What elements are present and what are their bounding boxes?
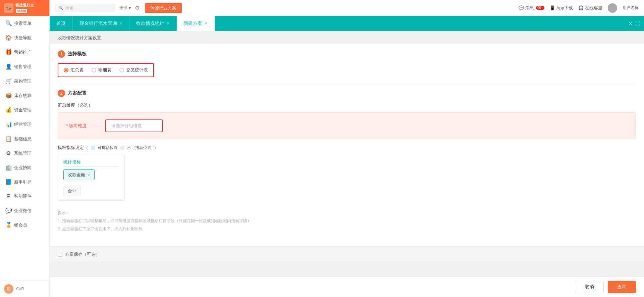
logo-icon: 🐝 <box>4 3 13 13</box>
vertical-dimension-label: * 纵向维度 <box>66 123 87 129</box>
draggable-hint-label: 可拖动位置 <box>98 145 118 151</box>
save-checkbox[interactable] <box>58 252 62 257</box>
message-button[interactable]: 💬 消息 99+ <box>519 5 544 11</box>
metrics-section: 模板指标设定（ 可拖动位置 不可拖动位置 ） 统计指标 收款金额 ∨ <box>58 145 636 201</box>
sidebar-item-inventory[interactable]: 📦 库存核算 <box>0 88 49 103</box>
industry-solution-button[interactable]: 体验行业方案 <box>145 3 182 13</box>
sidebar-item-operations[interactable]: 📊 经营管理 <box>0 117 49 132</box>
save-section: 方案保存（可选） <box>50 246 644 262</box>
sidebar-item-member[interactable]: 🏅 畅会员 <box>0 218 49 232</box>
topbar-dropdown[interactable]: 全部 ▾ <box>119 5 131 11</box>
online-service-button[interactable]: 🎧 在线客服 <box>578 5 602 11</box>
search-icon: 🔍 <box>58 6 63 10</box>
topbar: 🔍 搜索 全部 ▾ ⚙ 体验行业方案 💬 消息 99+ 📱 App下载 🎧 在线… <box>50 0 644 16</box>
maximize-button[interactable]: ⛶ <box>635 21 640 26</box>
tab-new-plan[interactable]: 新建方案 ✕ <box>177 16 215 31</box>
close-window-button[interactable]: ✕ <box>629 21 633 26</box>
step2-header: 2 方案配置 <box>58 90 636 97</box>
service-icon: 🎧 <box>578 5 584 10</box>
system-icon: ⚙ <box>5 150 11 156</box>
sidebar-item-hardware[interactable]: 🖥 智能硬件 <box>0 189 49 203</box>
message-badge: 99+ <box>536 6 544 10</box>
cancel-button[interactable]: 取消 <box>575 281 604 293</box>
nondraggable-hint-label: 不可拖动位置 <box>127 145 151 151</box>
dropdown-chevron-icon: ∨ <box>87 172 90 177</box>
topbar-gear-icon[interactable]: ⚙ <box>135 5 140 11</box>
step1-title: 选择模板 <box>68 51 87 57</box>
draggable-indicator <box>91 146 95 150</box>
sidebar-item-basic-info[interactable]: 📋 基础信息 <box>0 132 49 146</box>
dimension-row: * 纵向维度 —— 请选择分组维度 <box>66 119 628 132</box>
topbar-search-box[interactable]: 🔍 搜索 <box>55 4 115 12</box>
message-label: 消息 <box>525 5 534 11</box>
topbar-avatar <box>608 3 617 13</box>
tab-home[interactable]: 首页 <box>50 16 73 31</box>
step1-badge: 1 <box>58 50 65 58</box>
topbar-username: 用户名称 <box>623 5 639 11</box>
sidebar-item-purchase[interactable]: 🛒 采购管理 <box>0 74 49 88</box>
stats-tag-label: 收款金额 <box>68 172 85 178</box>
page-header: 收款情况统计方案设置 <box>50 31 644 44</box>
radio-summary[interactable]: 汇总表 <box>64 67 84 73</box>
guide-icon: 📘 <box>5 179 11 185</box>
radio-circle-cross <box>119 68 124 72</box>
service-label: 在线客服 <box>585 5 602 11</box>
metrics-closing: ） <box>154 145 158 151</box>
sidebar-item-sales[interactable]: 👤 销售管理 <box>0 59 49 74</box>
query-button[interactable]: 查询 <box>608 281 636 293</box>
download-icon: 📱 <box>550 5 555 10</box>
sales-icon: 👤 <box>5 63 11 70</box>
search-menu-icon: 🔍 <box>5 20 11 27</box>
arrow-icon: —— <box>91 123 101 129</box>
nondraggable-indicator <box>120 146 124 150</box>
sidebar-item-search-menu[interactable]: 🔍 搜索菜单 <box>0 16 49 31</box>
sidebar-logo: 🐝 畅捷通好生 标准版 <box>0 0 49 16</box>
app-download-button[interactable]: 📱 App下载 <box>550 5 573 11</box>
sidebar-item-guide[interactable]: 📘 新手引导 <box>0 175 49 189</box>
sidebar-item-quick-nav[interactable]: 🏠 快捷导航 <box>0 31 49 45</box>
save-label: 方案保存（可选） <box>65 251 100 257</box>
metrics-hints: 模板指标设定（ 可拖动位置 不可拖动位置 ） <box>58 145 636 151</box>
basic-info-icon: 📋 <box>5 136 11 142</box>
sidebar-item-enterprise[interactable]: 🏢 企业协同 <box>0 160 49 175</box>
sidebar-username: CaR <box>16 287 24 291</box>
main-area: 🔍 搜索 全部 ▾ ⚙ 体验行业方案 💬 消息 99+ 📱 App下载 🎧 在线… <box>50 0 644 297</box>
radio-circle-summary <box>64 68 68 72</box>
tab-close-collection-stats[interactable]: ✕ <box>166 21 170 26</box>
radio-detail[interactable]: 明细表 <box>92 67 111 73</box>
search-placeholder: 搜索 <box>65 5 73 11</box>
dropdown-label: 全部 <box>119 5 127 11</box>
tab-close-bank-flow[interactable]: ✕ <box>119 21 122 26</box>
sidebar-item-system[interactable]: ⚙ 系统管理 <box>0 146 49 160</box>
tab-bank-flow[interactable]: 现金银行流水查询 ✕ <box>73 16 129 31</box>
content-area: 收款情况统计方案设置 1 选择模板 汇总表 明细表 <box>50 31 644 277</box>
step1-section: 1 选择模板 汇总表 明细表 交叉统计表 <box>58 50 636 77</box>
sidebar-bottom: 用 CaR <box>0 281 49 297</box>
download-label: App下载 <box>556 5 573 11</box>
tips-title: 提示： <box>58 210 70 215</box>
tabbar: 首页 现金银行流水查询 ✕ 收款情况统计 ✕ 新建方案 ✕ ✕ ⛶ <box>50 16 644 31</box>
summary-dimension-label: 汇总维度（必选） <box>58 102 636 108</box>
tips-section: 提示： 1. 拖动标题栏可以调整布局，不可跨维度或指标区域拖动栏目字段（只能在同… <box>58 209 636 233</box>
radio-circle-detail <box>92 68 96 72</box>
radio-cross[interactable]: 交叉统计表 <box>119 67 148 73</box>
sidebar-avatar: 用 <box>4 284 13 294</box>
tip2-text: 2. 点击标题栏下拉可设置排序、插入列和删除列 <box>58 225 636 233</box>
stats-total: 合计 <box>63 186 81 196</box>
step2-badge: 2 <box>58 90 65 97</box>
dimension-selector[interactable]: 请选择分组维度 <box>105 119 163 132</box>
stats-tag[interactable]: 收款金额 ∨ <box>63 169 95 180</box>
member-icon: 🏅 <box>5 222 11 228</box>
sidebar-item-finance[interactable]: 💰 资金管理 <box>0 103 49 117</box>
step2-section: 2 方案配置 汇总维度（必选） * 纵向维度 —— 请选择分组维度 模板指标设定… <box>58 90 636 233</box>
sidebar-item-wechat[interactable]: 💬 企业微信 <box>0 203 49 218</box>
main-card: 1 选择模板 汇总表 明细表 交叉统计表 <box>50 44 644 246</box>
footer-bar: 取消 查询 <box>50 277 644 297</box>
message-icon: 💬 <box>519 5 524 10</box>
tab-collection-stats[interactable]: 收款情况统计 ✕ <box>129 16 177 31</box>
marketing-icon: 🎁 <box>5 49 11 55</box>
tab-close-new-plan[interactable]: ✕ <box>204 21 208 26</box>
topbar-right: 💬 消息 99+ 📱 App下载 🎧 在线客服 用户名称 <box>519 3 639 13</box>
sidebar-item-marketing[interactable]: 🎁 营销推广 <box>0 45 49 59</box>
operations-icon: 📊 <box>5 121 11 128</box>
